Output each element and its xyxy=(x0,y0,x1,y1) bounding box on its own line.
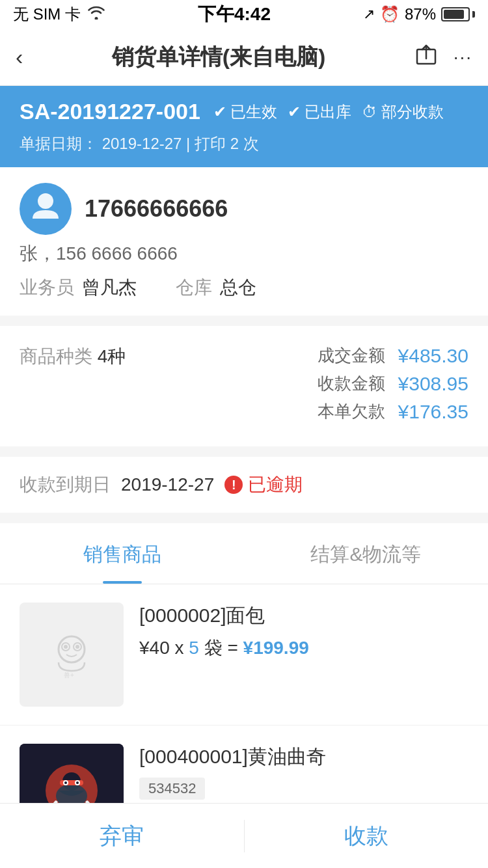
avatar xyxy=(20,183,72,235)
due-date-value: 2019-12-27 xyxy=(121,474,214,495)
debt-value: ¥176.35 xyxy=(398,401,468,423)
share-button[interactable] xyxy=(414,43,438,71)
product-price-bread: ¥40 x 5 袋 = ¥199.99 xyxy=(139,636,468,660)
warehouse-name: 总仓 xyxy=(220,275,256,300)
alarm-icon: ⏰ xyxy=(380,5,400,23)
sales-name: 曾凡杰 xyxy=(82,275,137,300)
product-image-bread: 兽+ xyxy=(20,603,124,707)
tag-partial: ⏱ 部分收款 xyxy=(362,102,444,122)
order-header-banner: SA-20191227-001 ✔ 已生效 ✔ 已出库 ⏱ 部分收款 单据日期：… xyxy=(0,86,488,167)
warehouse-label: 仓库 xyxy=(176,275,212,300)
tag-effective: ✔ 已生效 xyxy=(213,102,277,122)
product-item: 兽+ [0000002]面包 ¥40 x 5 袋 = ¥199.99 xyxy=(0,584,488,726)
amount-value: ¥485.30 xyxy=(398,345,468,367)
more-button[interactable]: ··· xyxy=(454,47,472,68)
due-date-section: 收款到期日 2019-12-27 ! 已逾期 xyxy=(0,457,488,513)
type-label: 商品种类 xyxy=(20,346,92,366)
due-label: 收款到期日 xyxy=(20,472,111,497)
sales-info: 业务员 曾凡杰 xyxy=(20,275,137,300)
stats-section: 商品种类 4种 成交金额 ¥485.30 收款金额 ¥308.95 本单欠款 ¥… xyxy=(0,326,488,446)
product-name-bread: [0000002]面包 xyxy=(139,603,468,629)
overdue-badge: ! 已逾期 xyxy=(224,472,303,497)
nav-bar: ‹ 销货单详情(来自电脑) ··· xyxy=(0,29,488,86)
avatar-icon xyxy=(29,189,62,228)
tab-sales-products[interactable]: 销售商品 xyxy=(0,523,244,584)
customer-id: 17666666666 xyxy=(85,195,228,223)
nav-actions: ··· xyxy=(414,43,472,71)
check-icon-shipped: ✔ xyxy=(288,103,301,121)
order-id: SA-20191227-001 xyxy=(20,99,200,124)
svg-point-16 xyxy=(64,781,67,784)
product-name-cookie: [000400001]黄油曲奇 xyxy=(139,744,468,770)
customer-meta: 业务员 曾凡杰 仓库 总仓 xyxy=(20,275,468,300)
order-tags: ✔ 已生效 ✔ 已出库 ⏱ 部分收款 xyxy=(213,102,444,122)
overdue-text: 已逾期 xyxy=(248,472,303,497)
banner-row1: SA-20191227-001 ✔ 已生效 ✔ 已出库 ⏱ 部分收款 xyxy=(20,99,468,124)
product-batch-badge: 534532 xyxy=(139,778,205,800)
debt-row: 本单欠款 ¥176.35 xyxy=(318,400,468,423)
battery-percent: 87% xyxy=(405,5,436,23)
status-left: 无 SIM 卡 xyxy=(13,4,105,25)
customer-name-phone: 张，156 6666 6666 xyxy=(20,241,468,266)
cancel-review-button[interactable]: 弃审 xyxy=(0,808,244,864)
product-type-info: 商品种类 4种 xyxy=(20,344,126,369)
status-bar: 无 SIM 卡 下午4:42 ↗ ⏰ 87% xyxy=(0,0,488,29)
type-count: 4种 xyxy=(98,346,126,366)
svg-text:兽+: 兽+ xyxy=(64,671,74,679)
check-icon-effective: ✔ xyxy=(213,103,226,121)
svg-point-7 xyxy=(75,645,79,649)
customer-row: 17666666666 xyxy=(20,183,468,235)
page-title: 销货单详情(来自电脑) xyxy=(112,42,326,72)
battery-indicator xyxy=(441,7,475,21)
customer-section: 17666666666 张，156 6666 6666 业务员 曾凡杰 仓库 总… xyxy=(0,167,488,316)
received-label: 收款金额 xyxy=(318,372,385,395)
warehouse-info: 仓库 总仓 xyxy=(176,275,256,300)
amount-row: 成交金额 ¥485.30 xyxy=(318,344,468,367)
svg-point-6 xyxy=(64,645,68,649)
tag-shipped: ✔ 已出库 xyxy=(288,102,351,122)
product-qty-bread: 5 xyxy=(189,638,199,658)
carrier-text: 无 SIM 卡 xyxy=(13,4,81,25)
tabs-section: 销售商品 结算&物流等 xyxy=(0,523,488,584)
svg-point-17 xyxy=(76,781,79,784)
status-right: ↗ ⏰ 87% xyxy=(363,5,475,23)
debt-label: 本单欠款 xyxy=(318,400,385,423)
time-display: 下午4:42 xyxy=(198,2,271,27)
received-value: ¥308.95 xyxy=(398,373,468,395)
product-info-bread: [0000002]面包 ¥40 x 5 袋 = ¥199.99 xyxy=(139,603,468,660)
back-button[interactable]: ‹ xyxy=(16,44,23,70)
tabs-row: 销售商品 结算&物流等 xyxy=(0,523,488,584)
overdue-icon: ! xyxy=(224,476,243,494)
bottom-action-bar: 弃审 收款 xyxy=(0,803,488,868)
amount-info: 成交金额 ¥485.30 收款金额 ¥308.95 本单欠款 ¥176.35 xyxy=(318,344,468,428)
location-icon: ↗ xyxy=(363,6,375,23)
banner-date-row: 单据日期： 2019-12-27 | 打印 2 次 xyxy=(20,133,468,154)
received-row: 收款金额 ¥308.95 xyxy=(318,372,468,395)
amount-label: 成交金额 xyxy=(318,344,385,367)
tab-active-indicator xyxy=(103,581,142,584)
wifi-icon xyxy=(87,5,105,23)
collect-payment-button[interactable]: 收款 xyxy=(245,808,489,864)
clock-icon: ⏱ xyxy=(362,103,377,121)
svg-point-2 xyxy=(38,193,53,209)
product-total-bread: ¥199.99 xyxy=(243,638,309,658)
sales-label: 业务员 xyxy=(20,275,74,300)
tab-settlement[interactable]: 结算&物流等 xyxy=(244,523,488,584)
